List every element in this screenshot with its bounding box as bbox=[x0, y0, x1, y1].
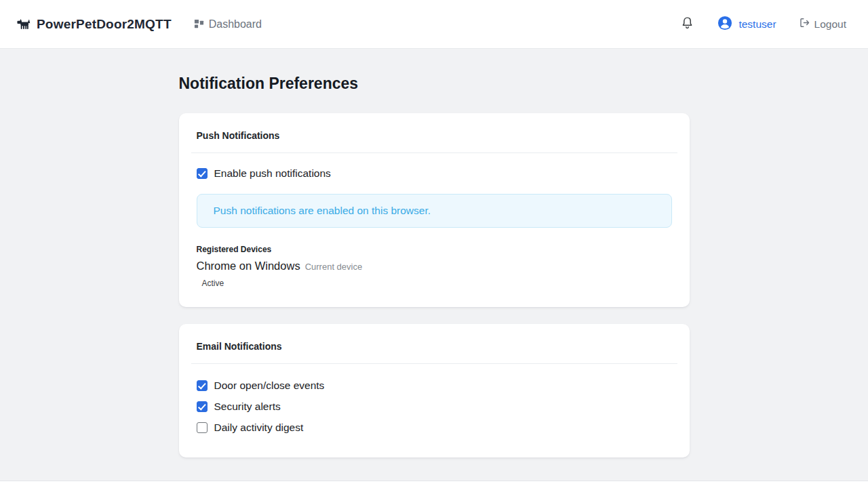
email-card-body: Door open/close events Security alerts D… bbox=[191, 364, 677, 458]
device-status: Active bbox=[202, 279, 672, 288]
user-avatar-icon bbox=[717, 16, 732, 33]
security-alerts-label: Security alerts bbox=[214, 401, 281, 413]
push-notifications-card: Push Notifications Enable push notificat… bbox=[179, 113, 690, 307]
logout-icon bbox=[800, 18, 810, 30]
nav-item-dashboard-label: Dashboard bbox=[209, 18, 262, 30]
enable-push-checkbox-row[interactable]: Enable push notifications bbox=[197, 167, 672, 180]
push-card-header: Push Notifications bbox=[191, 113, 677, 152]
nav-item-dashboard[interactable]: Dashboard bbox=[194, 18, 262, 30]
email-notifications-card: Email Notifications Door open/close even… bbox=[179, 324, 690, 458]
navbar-right: testuser Logout bbox=[680, 16, 846, 33]
username-label: testuser bbox=[738, 18, 776, 30]
enable-push-checkbox-label: Enable push notifications bbox=[214, 167, 331, 180]
push-enabled-alert: Push notifications are enabled on this b… bbox=[197, 194, 672, 228]
page-title: Notification Preferences bbox=[179, 75, 690, 93]
email-card-header: Email Notifications bbox=[191, 324, 677, 363]
email-option-door-events-row[interactable]: Door open/close events bbox=[197, 380, 672, 392]
device-row: Chrome on Windows Current device bbox=[197, 260, 672, 272]
content-container: Notification Preferences Push Notificati… bbox=[179, 75, 690, 458]
top-navbar: PowerPetDoor2MQTT Dashboard bbox=[0, 0, 868, 49]
app-window: PowerPetDoor2MQTT Dashboard bbox=[0, 0, 868, 488]
push-card-title: Push Notifications bbox=[197, 130, 672, 141]
bell-icon bbox=[680, 16, 694, 33]
logout-button[interactable]: Logout bbox=[800, 18, 846, 30]
notifications-bell-button[interactable] bbox=[680, 16, 694, 33]
navbar-left: PowerPetDoor2MQTT Dashboard bbox=[17, 17, 262, 32]
enable-push-checkbox[interactable] bbox=[197, 168, 208, 179]
push-card-body: Enable push notifications Push notificat… bbox=[191, 153, 677, 307]
door-events-label: Door open/close events bbox=[214, 380, 325, 392]
email-option-daily-digest-row[interactable]: Daily activity digest bbox=[197, 422, 672, 434]
email-option-security-alerts-row[interactable]: Security alerts bbox=[197, 401, 672, 413]
brand-title: PowerPetDoor2MQTT bbox=[37, 17, 172, 32]
page-footer bbox=[0, 481, 868, 488]
main-content: Notification Preferences Push Notificati… bbox=[0, 49, 868, 481]
user-menu[interactable]: testuser bbox=[717, 16, 776, 33]
logout-label: Logout bbox=[814, 18, 846, 30]
door-events-checkbox[interactable] bbox=[197, 380, 208, 391]
security-alerts-checkbox[interactable] bbox=[197, 401, 208, 412]
brand-home-link[interactable]: PowerPetDoor2MQTT bbox=[17, 17, 172, 32]
grid-icon bbox=[194, 19, 204, 29]
device-name: Chrome on Windows bbox=[197, 260, 300, 272]
push-enabled-alert-text: Push notifications are enabled on this b… bbox=[214, 205, 431, 216]
dog-icon bbox=[17, 18, 31, 30]
current-device-badge: Current device bbox=[305, 262, 363, 272]
email-card-title: Email Notifications bbox=[197, 341, 672, 352]
registered-devices-heading: Registered Devices bbox=[197, 245, 672, 254]
daily-digest-label: Daily activity digest bbox=[214, 422, 304, 434]
daily-digest-checkbox[interactable] bbox=[197, 422, 208, 433]
